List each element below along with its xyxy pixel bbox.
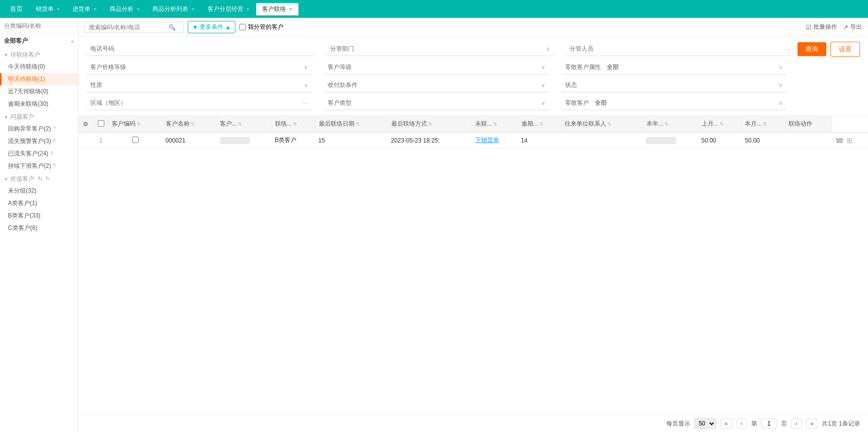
filter-customer-level-arrow[interactable]: ∨ — [541, 64, 545, 71]
per-page-label: 每页显示 — [666, 420, 690, 428]
col-overdue[interactable]: 逾期...⇅ — [518, 116, 562, 133]
row-last-month: 50.00 — [742, 133, 786, 148]
batch-op-button[interactable]: ☑ 批量操作 — [806, 23, 837, 31]
row-checkbox-cell[interactable] — [108, 133, 162, 148]
filter-phone-input[interactable] — [118, 46, 310, 53]
filter-region-label: 区域（地区） — [90, 99, 126, 107]
table-header-row: ⚙ 客户编码⇅ 客户名称⇅ 客户...⇅ 联络...⇅ 最后联络日期⇅ 最后联络… — [78, 116, 868, 133]
sidebar-item-ungrouped[interactable]: 未分组(32) — [0, 185, 78, 197]
sidebar-item-overdue-contact[interactable]: 逾期未联络(30) — [0, 98, 78, 110]
filter-retail-attr-arrow[interactable]: ∨ — [779, 64, 783, 71]
per-page-select[interactable]: 50 — [694, 418, 716, 429]
filter-nature-arrow[interactable]: ∨ — [304, 82, 308, 88]
sidebar-item-b-class[interactable]: B类客户(33) — [0, 210, 78, 222]
nav-tab-product-analysis-list[interactable]: 商品分析列表× — [146, 3, 200, 15]
nav-tab-sales[interactable]: 销货单× — [30, 3, 66, 15]
row-checkbox[interactable] — [132, 137, 139, 143]
row-grid-icon[interactable]: ⊞ — [847, 137, 853, 144]
col-gear[interactable]: ⚙ — [78, 116, 93, 133]
col-company-contact[interactable]: 往来单位联系人⇅ — [562, 116, 644, 133]
sidebar-group-problem: 问题客户 — [0, 110, 78, 123]
filter-customer-type-arrow[interactable]: ∨ — [541, 100, 545, 106]
sidebar-search-wrap: 🔍 — [0, 18, 78, 34]
sidebar-item-churned[interactable]: 已流失客户(24) ? — [0, 147, 78, 160]
nav-tab-customer-contact[interactable]: 客户联络× — [256, 3, 298, 15]
page-label: 第 — [751, 420, 757, 428]
filter-retail-attr-label: 零散客户属性 — [565, 63, 601, 72]
reset-button[interactable]: 设置 — [830, 42, 860, 57]
sidebar-item-today-contact[interactable]: 今天待联络(0) — [0, 61, 78, 73]
filter-up-icon: ▲ — [225, 24, 231, 31]
filter-row-2: 客户价格等级 ∨ 客户等级 ∨ 零散客户属性 全部 ∨ — [86, 61, 860, 74]
col-no-contact[interactable]: 未联...⇅ — [472, 116, 518, 133]
col-code[interactable]: 客户编码⇅ — [108, 116, 162, 133]
row-phone-icon[interactable]: ☎ — [835, 137, 844, 144]
col-this-year[interactable]: 本年...⇅ — [643, 116, 698, 133]
filter-dept-arrow[interactable]: ∨ — [546, 46, 550, 52]
filter-payment-arrow[interactable]: ∨ — [541, 82, 545, 88]
filter-phone-label: 电话号码 — [90, 45, 114, 53]
filter-price-level: 客户价格等级 ∨ — [86, 61, 312, 74]
total-label: 共1页 1条记录 — [822, 420, 860, 428]
row-no-contact: 14 — [518, 133, 562, 148]
col-contact-count[interactable]: 联络...⇅ — [272, 116, 315, 133]
filter-retail-attr: 零散客户属性 全部 ∨ — [561, 61, 787, 74]
filter-dept: 分管部门 ∨ — [326, 42, 554, 56]
my-customer-checkbox[interactable] — [239, 24, 246, 30]
col-last-date[interactable]: 最后联络日期⇅ — [315, 116, 388, 133]
row-overdue — [562, 133, 644, 148]
sidebar-item-c-class[interactable]: C类客户(6) — [0, 222, 78, 234]
filter-status-arrow[interactable]: ∨ — [779, 82, 783, 88]
col-name[interactable]: 客户名称⇅ — [162, 116, 217, 133]
filter-retail-customer-arrow[interactable]: ∨ — [779, 100, 783, 106]
more-filter-button[interactable]: ▼ 更多条件 ▲ — [188, 21, 235, 33]
export-icon: ↗ — [843, 24, 848, 31]
search-input[interactable] — [89, 24, 168, 31]
nav-tab-purchase[interactable]: 进货单× — [67, 3, 102, 15]
filter-retail-customer: 零散客户 全部 ∨ — [561, 96, 787, 110]
search-bar: 🔍 ▼ 更多条件 ▲ 我分管的客户 ☑ 批量操作 ↗ 导出 — [78, 18, 868, 37]
filter-region-ellipsis[interactable]: ··· — [303, 100, 308, 107]
filter-manager: 分管人员 ··· — [566, 42, 794, 56]
prev-page-button[interactable]: ‹ — [736, 419, 747, 429]
row-name: Ea — [217, 133, 272, 148]
export-button[interactable]: ↗ 导出 — [843, 23, 862, 31]
filter-customer-type: 客户类型 ∨ — [324, 96, 549, 110]
filter-price-level-label: 客户价格等级 — [90, 63, 126, 72]
filter-panel: 电话号码 分管部门 ∨ 分管人员 ··· 查询 设置 — [78, 37, 868, 116]
sidebar-item-repurchase-abnormal[interactable]: 回购异常客户(2) ? — [0, 123, 78, 135]
col-checkbox[interactable] — [93, 116, 108, 133]
sidebar-item-a-class[interactable]: A类客户(1) — [0, 197, 78, 210]
row-last-method[interactable]: 下销货单 — [472, 133, 518, 148]
sidebar: 🔍 全部客户 « 待联络客户 今天待联络(0) 明天待联络(1) 近7天待联络(… — [0, 18, 78, 432]
sidebar-all-customers[interactable]: 全部客户 « — [0, 34, 78, 48]
col-last-month[interactable]: 上月...⇅ — [698, 116, 742, 133]
query-button[interactable]: 查询 — [797, 42, 826, 56]
first-page-button[interactable]: « — [720, 419, 732, 429]
nav-tab-customer-layers[interactable]: 客户分层经营× — [202, 3, 255, 15]
col-last-method[interactable]: 最后联络方式⇅ — [388, 116, 472, 133]
select-all-checkbox[interactable] — [98, 120, 104, 127]
sidebar-item-declining[interactable]: 持续下滑客户(2) ? — [0, 160, 78, 172]
filter-status-label: 状态 — [565, 81, 577, 89]
filter-retail-customer-label: 零散客户 — [565, 99, 589, 107]
sidebar-item-tomorrow-contact[interactable]: 明天待联络(1) — [0, 73, 78, 85]
col-this-month[interactable]: 本月...⇅ — [742, 116, 786, 133]
filter-price-level-arrow[interactable]: ∨ — [304, 64, 308, 71]
search-button[interactable]: 🔍 — [168, 24, 176, 31]
next-page-button[interactable]: › — [791, 419, 802, 429]
page-number-input[interactable] — [761, 419, 777, 429]
filter-customer-level: 客户等级 ∨ — [324, 61, 549, 74]
nav-tab-product-analysis[interactable]: 商品分析× — [104, 3, 145, 15]
last-page-button[interactable]: » — [806, 419, 818, 429]
my-customer-checkbox-wrap[interactable]: 我分管的客户 — [239, 23, 284, 31]
sidebar-item-7day-contact[interactable]: 近7天待联络(0) — [0, 85, 78, 98]
sidebar-item-churn-warning[interactable]: 流失预警客户(3) ? — [0, 135, 78, 147]
filter-customer-level-label: 客户等级 — [328, 63, 352, 72]
sidebar-search-input[interactable] — [4, 22, 78, 29]
filter-manager-ellipsis[interactable]: ··· — [785, 46, 790, 53]
col-type[interactable]: 客户...⇅ — [217, 116, 272, 133]
nav-home[interactable]: 首页 — [4, 2, 29, 15]
sidebar-collapse-icon: « — [71, 38, 74, 44]
row-this-month — [786, 133, 832, 148]
